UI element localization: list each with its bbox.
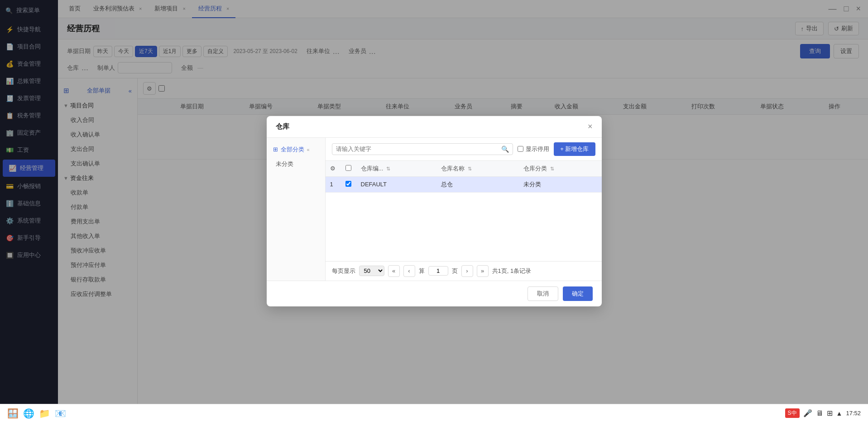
dialog-cancel-button[interactable]: 取消: [528, 286, 558, 301]
sort-icon-category: ⇅: [550, 166, 554, 171]
dialog-page-input[interactable]: [428, 266, 448, 276]
taskbar-time: 17:52: [846, 410, 861, 417]
taskbar-right: S中 🎤 🖥 ⊞ ▲ 17:52: [785, 408, 861, 418]
show-disabled-text: 显示停用: [526, 145, 549, 153]
dialog-total-text: 共1页, 1条记录: [492, 267, 532, 275]
taskbar-status-1: S中: [785, 408, 800, 418]
dialog-per-page-label: 每页显示: [332, 267, 355, 275]
dialog-row-checkbox[interactable]: [345, 181, 351, 187]
dialog-title: 仓库: [276, 122, 289, 131]
dialog-table: ⚙ 仓库编... ⇅ 仓库名称 ⇅: [326, 161, 602, 193]
taskbar-grid-icon[interactable]: ⊞: [827, 409, 833, 417]
dialog-first-page-btn[interactable]: «: [388, 265, 400, 277]
dialog-category-unclassified[interactable]: 未分类: [267, 157, 325, 171]
dialog-row-code: DEFAULT: [356, 176, 437, 192]
dialog-pagination: 每页显示 50 100 « ‹ 算 页 › » 共1页, 1条记录: [326, 261, 602, 281]
dialog-table-row[interactable]: 1 DEFAULT 总仓 未分类: [326, 176, 602, 192]
all-category-icon: ⊞: [273, 146, 278, 153]
dialog-close-button[interactable]: ×: [588, 122, 593, 131]
dialog-row-category: 未分类: [519, 176, 601, 192]
dialog-col-settings: ⚙: [326, 161, 341, 177]
warehouse-dialog: 仓库 × ⊞ 全部分类 « 未分类 🔍 显示停用: [267, 116, 602, 306]
dialog-row-name: 总仓: [436, 176, 519, 192]
taskbar-arrow-icon[interactable]: ▲: [836, 410, 843, 417]
dialog-select-all[interactable]: [345, 165, 351, 171]
taskbar-icon-4[interactable]: 📧: [55, 408, 66, 419]
sort-icon-code: ⇅: [386, 166, 390, 171]
dialog-page-end: 页: [452, 267, 458, 275]
dialog-toolbar: 🔍 显示停用 + 新增仓库: [326, 138, 602, 161]
taskbar: 🪟 🌐 📁 📧 S中 🎤 🖥 ⊞ ▲ 17:52: [0, 404, 868, 422]
dialog-all-category[interactable]: ⊞ 全部分类 «: [267, 142, 325, 157]
dialog-prev-page-btn[interactable]: ‹: [403, 265, 415, 277]
sort-icon-name: ⇅: [468, 166, 472, 171]
dialog-search-box: 🔍: [332, 143, 513, 155]
show-disabled-label: 显示停用: [518, 145, 549, 153]
dialog-header: 仓库 ×: [267, 116, 602, 138]
dialog-left-panel: ⊞ 全部分类 « 未分类: [267, 138, 326, 281]
taskbar-icon-2[interactable]: 🌐: [23, 408, 34, 419]
dialog-last-page-btn[interactable]: »: [477, 265, 489, 277]
dialog-per-page-select[interactable]: 50 100: [359, 266, 384, 276]
settings-icon: ⚙: [330, 165, 336, 172]
dialog-footer: 取消 确定: [267, 281, 602, 306]
dialog-collapse-icon[interactable]: «: [307, 147, 310, 152]
dialog-right-panel: 🔍 显示停用 + 新增仓库 ⚙: [326, 138, 602, 281]
all-category-label: 全部分类: [281, 146, 304, 154]
dialog-row-num: 1: [326, 176, 341, 192]
dialog-col-checkbox: [341, 161, 356, 177]
dialog-col-code: 仓库编... ⇅: [356, 161, 437, 177]
taskbar-app-icons: 🪟 🌐 📁 📧: [7, 408, 66, 419]
dialog-confirm-button[interactable]: 确定: [563, 286, 593, 301]
dialog-body: ⊞ 全部分类 « 未分类 🔍 显示停用 + 新增仓库: [267, 138, 602, 281]
dialog-page-label: 算: [419, 267, 425, 275]
taskbar-icon-1[interactable]: 🪟: [7, 408, 19, 419]
add-warehouse-button[interactable]: + 新增仓库: [554, 142, 595, 156]
dialog-next-page-btn[interactable]: ›: [461, 265, 473, 277]
dialog-col-category: 仓库分类 ⇅: [519, 161, 601, 177]
taskbar-icon-3[interactable]: 📁: [39, 408, 50, 419]
dialog-col-name: 仓库名称 ⇅: [436, 161, 519, 177]
dialog-search-input[interactable]: [336, 146, 502, 152]
search-icon[interactable]: 🔍: [501, 146, 509, 153]
dialog-table-wrap: ⚙ 仓库编... ⇅ 仓库名称 ⇅: [326, 161, 602, 261]
taskbar-mic-icon[interactable]: 🎤: [803, 409, 812, 417]
dialog-row-checkbox-cell: [341, 176, 356, 192]
show-disabled-checkbox[interactable]: [518, 146, 523, 152]
taskbar-screen-icon[interactable]: 🖥: [816, 409, 823, 417]
